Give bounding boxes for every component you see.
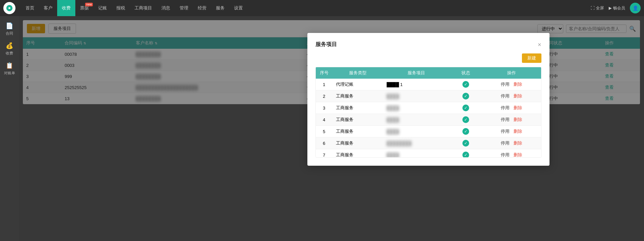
nav-jingying[interactable]: 经营 — [193, 0, 211, 16]
top-nav: 首页 客户 收费 票据 new 记账 报税 工商项目 消息 管理 经营 服务 设… — [0, 0, 644, 16]
status-check-icon: ✓ — [462, 93, 469, 99]
stop-button[interactable]: 停用 — [501, 152, 509, 157]
list-item: 1 代理记账 ████ 1 ✓ 停用 删除 — [316, 79, 541, 90]
modal-cell-item: ████████ — [383, 137, 450, 149]
delete-button[interactable]: 删除 — [514, 105, 522, 110]
delete-button[interactable]: 删除 — [514, 140, 522, 146]
modal-cell-no: 1 — [316, 79, 333, 90]
stop-button[interactable]: 停用 — [501, 140, 509, 146]
status-check-icon: ✓ — [462, 140, 469, 147]
modal-cell-status: ✓ — [449, 79, 482, 90]
nav-home[interactable]: 首页 — [21, 0, 39, 16]
avatar[interactable]: 👤 — [630, 3, 641, 13]
delete-button[interactable]: 删除 — [514, 93, 522, 98]
modal-cell-type: 工商服务 — [333, 114, 383, 126]
sidebar-item-shoufei[interactable]: 💰 收费 — [1, 39, 18, 58]
delete-button[interactable]: 删除 — [514, 152, 522, 157]
stop-button[interactable]: 停用 — [501, 117, 509, 122]
delete-button[interactable]: 删除 — [514, 82, 522, 87]
modal-cell-no: 3 — [316, 102, 333, 114]
modal-col-type: 服务类型 — [333, 67, 383, 79]
service-modal: 服务项目 × 新建 序号 服务类型 服务项目 状态 操作 — [307, 33, 550, 166]
modal-cell-status: ✓ — [449, 90, 482, 102]
nav-customer[interactable]: 客户 — [39, 0, 57, 16]
modal-cell-type: 工商服务 — [333, 126, 383, 137]
modal-col-status: 状态 — [449, 67, 482, 79]
stop-button[interactable]: 停用 — [501, 129, 509, 134]
modal-cell-type: 代理记账 — [333, 79, 383, 90]
modal-cell-status: ✓ — [449, 102, 482, 114]
sidebar-item-contract[interactable]: 📄 合同 — [1, 19, 18, 39]
main-content: 新增 服务项目 进行中 已结束 全部 🔍 序号 合同编码⇅ — [19, 16, 644, 241]
list-item: 2 工商服务 ████ ✓ 停用 删除 — [316, 90, 541, 102]
modal-toolbar: 新建 — [315, 53, 541, 63]
nav-settings[interactable]: 设置 — [229, 0, 248, 16]
stop-button[interactable]: 停用 — [501, 105, 509, 110]
sidebar-item-duizhang[interactable]: 📋 对账单 — [1, 59, 18, 78]
modal-cell-action[interactable]: 停用 删除 — [482, 102, 541, 114]
modal-cell-type: 工商服务 — [333, 90, 383, 102]
modal-scroll-area[interactable]: 序号 服务类型 服务项目 状态 操作 1 代理记账 ████ 1 ✓ 停用 删除… — [315, 67, 541, 158]
modal-cell-no: 6 — [316, 137, 333, 149]
modal-cell-item: ████ — [383, 126, 450, 137]
status-check-icon: ✓ — [462, 116, 469, 123]
modal-title: 服务项目 — [315, 41, 337, 48]
modal-cell-item: ████ 1 — [383, 79, 450, 90]
duizhang-icon: 📋 — [6, 62, 13, 69]
modal-cell-action[interactable]: 停用 删除 — [482, 149, 541, 158]
modal-cell-no: 4 — [316, 114, 333, 126]
modal-cell-item: ████ — [383, 114, 450, 126]
member-btn[interactable]: ▶ 畅会员 — [609, 5, 625, 11]
modal-col-action: 操作 — [482, 67, 541, 79]
list-item: 4 工商服务 ████ ✓ 停用 删除 — [316, 114, 541, 126]
status-check-icon: ✓ — [462, 81, 469, 88]
fullscreen-btn[interactable]: ⛶ 全屏 — [591, 5, 604, 11]
nav-piaoju[interactable]: 票据 new — [75, 0, 93, 16]
modal-new-button[interactable]: 新建 — [522, 53, 541, 63]
nav-baoshui[interactable]: 报税 — [112, 0, 130, 16]
stop-button[interactable]: 停用 — [501, 82, 509, 87]
nav-right: ⛶ 全屏 ▶ 畅会员 👤 — [591, 3, 641, 13]
modal-col-item: 服务项目 — [383, 67, 450, 79]
nav-message[interactable]: 消息 — [157, 0, 175, 16]
list-item: 6 工商服务 ████████ ✓ 停用 删除 — [316, 137, 541, 149]
modal-cell-no: 2 — [316, 90, 333, 102]
status-check-icon: ✓ — [462, 128, 469, 135]
modal-cell-action[interactable]: 停用 删除 — [482, 126, 541, 137]
modal-cell-action[interactable]: 停用 删除 — [482, 79, 541, 90]
modal-cell-item: ████ — [383, 149, 450, 158]
contract-icon: 📄 — [6, 22, 13, 30]
modal-cell-no: 5 — [316, 126, 333, 137]
modal-cell-type: 工商服务 — [333, 137, 383, 149]
modal-close-button[interactable]: × — [538, 42, 541, 48]
status-check-icon: ✓ — [462, 105, 469, 111]
modal-cell-item: ████ — [383, 102, 450, 114]
nav-gongshang[interactable]: 工商项目 — [130, 0, 157, 16]
modal-cell-action[interactable]: 停用 删除 — [482, 90, 541, 102]
nav-shoufei[interactable]: 收费 — [57, 0, 75, 16]
delete-button[interactable]: 删除 — [514, 129, 522, 134]
modal-cell-status: ✓ — [449, 137, 482, 149]
modal-cell-status: ✓ — [449, 114, 482, 126]
sidebar: 📄 合同 💰 收费 📋 对账单 — [0, 16, 19, 241]
modal-cell-type: 工商服务 — [333, 149, 383, 158]
member-icon: ▶ — [609, 6, 612, 10]
app-layout: 📄 合同 💰 收费 📋 对账单 新增 服务项目 进行中 已结束 全部 — [0, 16, 644, 241]
modal-cell-item: ████ — [383, 90, 450, 102]
shoufei-icon: 💰 — [6, 42, 13, 49]
nav-jizhang[interactable]: 记账 — [93, 0, 112, 16]
modal-col-no: 序号 — [316, 67, 333, 79]
nav-service[interactable]: 服务 — [211, 0, 229, 16]
modal-header: 服务项目 × — [315, 41, 541, 48]
stop-button[interactable]: 停用 — [501, 93, 509, 98]
modal-cell-action[interactable]: 停用 删除 — [482, 114, 541, 126]
nav-manage[interactable]: 管理 — [175, 0, 193, 16]
modal-cell-type: 工商服务 — [333, 102, 383, 114]
status-check-icon: ✓ — [462, 152, 469, 158]
app-logo — [3, 2, 15, 14]
delete-button[interactable]: 删除 — [514, 117, 522, 122]
list-item: 7 工商服务 ████ ✓ 停用 删除 — [316, 149, 541, 158]
modal-cell-action[interactable]: 停用 删除 — [482, 137, 541, 149]
nav-items: 首页 客户 收费 票据 new 记账 报税 工商项目 消息 管理 经营 服务 设… — [21, 0, 591, 16]
modal-cell-status: ✓ — [449, 149, 482, 158]
